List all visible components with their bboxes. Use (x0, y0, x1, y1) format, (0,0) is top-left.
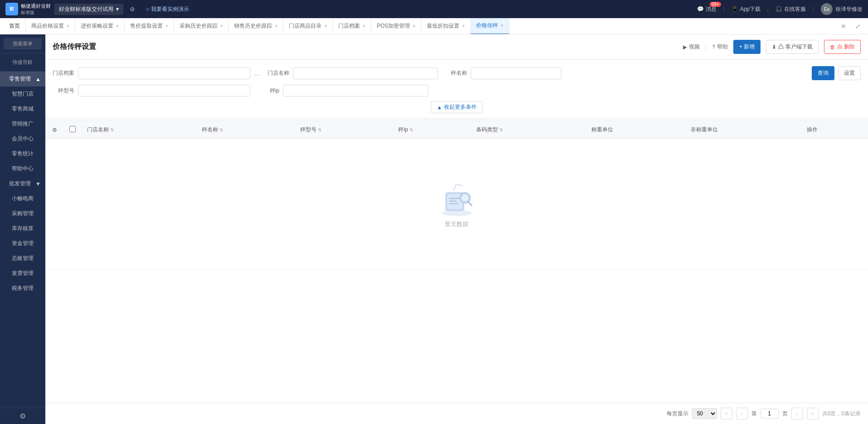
sort-barcode-type[interactable]: 条码类型 ⇅ (476, 126, 580, 134)
th-non-weight-unit: 非称重单位 (685, 121, 801, 139)
per-page-select[interactable]: 10 20 50 100 (692, 408, 717, 419)
tab-store-archive[interactable]: 门店档案 × (333, 18, 371, 34)
sidebar-item-invoice[interactable]: 发票管理 (0, 266, 45, 281)
select-all-checkbox[interactable] (69, 126, 76, 132)
sort-scale-ip[interactable]: 秤ip ⇅ (398, 126, 465, 134)
messages-button[interactable]: 💬 消息 99+ (697, 5, 717, 13)
scale-ip-input[interactable] (283, 85, 428, 96)
close-tab-button[interactable]: ✕ (837, 20, 850, 33)
sidebar-item-retail[interactable]: 零售管理 ▲ (0, 72, 45, 87)
demo-link-text: 我要看实例演示 (151, 5, 189, 13)
next-page-button[interactable]: › (791, 408, 803, 419)
sidebar-item-smart-store[interactable]: 智慧门店 (0, 87, 45, 101)
sidebar-item-retail-mall[interactable]: 零售商城 (0, 101, 45, 116)
sidebar-item-retail-stats[interactable]: 零售统计 (0, 146, 45, 161)
app-download-button[interactable]: 📱 App下载 (731, 5, 761, 13)
filter-store-archive: 门店档案 … (53, 67, 260, 79)
tab-label: 进价策略设置 (81, 22, 113, 30)
video-link[interactable]: ▶ 视频 (683, 43, 700, 51)
tab-purchase-strategy[interactable]: 进价策略设置 × (75, 18, 125, 34)
user-area[interactable]: Ea 徐泽华修改 (821, 3, 863, 15)
tab-price-scale[interactable]: 价格传秤 × (471, 18, 509, 34)
prev-page-button[interactable]: ‹ (736, 408, 748, 419)
close-icon[interactable]: × (166, 24, 168, 29)
maximize-tab-button[interactable]: ⤢ (852, 20, 864, 33)
sort-scale-model[interactable]: 秤型号 ⇅ (300, 126, 388, 134)
app-download-label: App下载 (740, 5, 761, 13)
sidebar-item-finance[interactable]: 资金管理 (0, 236, 45, 251)
page-number-input[interactable] (761, 409, 779, 419)
messages-badge: 99+ (710, 2, 721, 7)
page-header-right: ▶ 视频 | ? 帮助 + 新增 ⬇ 凸 客户端下载 🗑 自 删除 (683, 40, 861, 54)
shortcut-nav-button[interactable]: 快捷导航 (0, 56, 45, 68)
tab-product-price[interactable]: 商品价格设置 × (26, 18, 75, 34)
pagination-bar: 每页显示 10 20 50 100 « ‹ 算 页 › » 共0页，0条记录 (45, 403, 868, 424)
tab-sale-price[interactable]: 售价提取设置 × (125, 18, 174, 34)
sidebar-label: 小畅电商 (5, 195, 41, 202)
sidebar-label: 税务管理 (5, 284, 41, 292)
last-page-button[interactable]: » (807, 408, 819, 419)
scale-model-label: 秤型号 (53, 87, 74, 95)
sidebar-settings-icon[interactable]: ⚙ (20, 412, 26, 420)
tab-discount[interactable]: 最低折扣设置 × (421, 18, 471, 34)
ellipsis-icon[interactable]: … (254, 70, 260, 77)
search-menu-button[interactable]: 搜索菜单 (4, 38, 42, 49)
filter-scale-ip: 秤ip (258, 85, 428, 96)
store-archive-label: 门店档案 (53, 69, 74, 77)
sidebar-label: 帮助中心 (5, 165, 41, 173)
collapse-area: ▲ 收起更多条件 (53, 101, 861, 113)
query-button[interactable]: 查询 (812, 66, 834, 80)
close-icon[interactable]: × (363, 24, 366, 29)
store-archive-input[interactable] (78, 67, 250, 79)
sidebar-label: 库存核算 (5, 225, 41, 232)
close-icon[interactable]: × (116, 24, 119, 29)
sidebar-item-ecommerce[interactable]: 小畅电商 (0, 191, 45, 206)
tab-label: 售价提取设置 (130, 22, 163, 30)
sidebar-item-member[interactable]: 会员中心 (0, 131, 45, 146)
collapse-button[interactable]: ▲ 收起更多条件 (431, 101, 483, 113)
tab-sales-history[interactable]: 销售历史价跟踪 × (229, 18, 283, 34)
close-icon[interactable]: × (67, 24, 69, 29)
close-icon[interactable]: × (501, 23, 503, 28)
version-selector[interactable]: 好业财标准版交付试用 ▾ (54, 4, 123, 15)
sidebar-item-tax[interactable]: 税务管理 (0, 281, 45, 296)
close-icon[interactable]: × (275, 24, 278, 29)
sidebar-item-purchase[interactable]: 采购管理 (0, 206, 45, 221)
tab-home[interactable]: 首页 (4, 18, 26, 34)
help-link[interactable]: ? 帮助 (712, 43, 728, 51)
close-icon[interactable]: × (413, 24, 415, 29)
delete-button[interactable]: 🗑 自 删除 (824, 40, 861, 54)
expand-icon: ▼ (35, 181, 41, 187)
add-button[interactable]: + 新增 (733, 40, 761, 54)
tab-purchase-history[interactable]: 采购历史价跟踪 × (174, 18, 229, 34)
tab-store-catalog[interactable]: 门店商品目录 × (283, 18, 333, 34)
close-icon[interactable]: × (462, 24, 465, 29)
scale-name-input[interactable] (471, 67, 561, 79)
sort-store-name[interactable]: 门店名称 ⇅ (87, 126, 191, 134)
settings-icon[interactable]: ⚙ (126, 3, 139, 15)
sidebar-item-help[interactable]: 帮助中心 (0, 161, 45, 176)
filter-scale-name: 秤名称 (445, 67, 561, 79)
sidebar-item-inventory[interactable]: 库存核算 (0, 221, 45, 236)
sort-scale-name[interactable]: 秤名称 ⇅ (202, 126, 289, 134)
download-client-button[interactable]: ⬇ 凸 客户端下载 (766, 40, 818, 54)
tab-pos[interactable]: POS加密管理 × (371, 18, 421, 34)
first-page-button[interactable]: « (721, 408, 732, 419)
close-icon[interactable]: × (220, 24, 223, 29)
sidebar-footer: ⚙ (0, 408, 45, 424)
sidebar-item-general-ledger[interactable]: 总账管理 (0, 251, 45, 266)
tab-label: 价格传秤 (476, 22, 498, 29)
sidebar-item-wholesale[interactable]: 批发管理 ▼ (0, 176, 45, 191)
th-settings[interactable]: ⚙ (45, 121, 63, 139)
download-label: 凸 客户端下载 (778, 43, 812, 51)
online-service-button[interactable]: 🎧 在线客服 (775, 5, 806, 13)
page-word: 算 (751, 410, 757, 418)
store-name-input[interactable] (293, 67, 438, 79)
scale-model-input[interactable] (78, 85, 250, 96)
sidebar-item-marketing[interactable]: 营销推广 (0, 116, 45, 131)
tab-label: POS加密管理 (377, 22, 410, 30)
close-icon[interactable]: × (324, 24, 327, 29)
filter-settings-button[interactable]: 设置 (838, 66, 861, 80)
settings-label: 设置 (844, 69, 855, 77)
demo-link[interactable]: ○ 我要看实例演示 (146, 5, 189, 13)
